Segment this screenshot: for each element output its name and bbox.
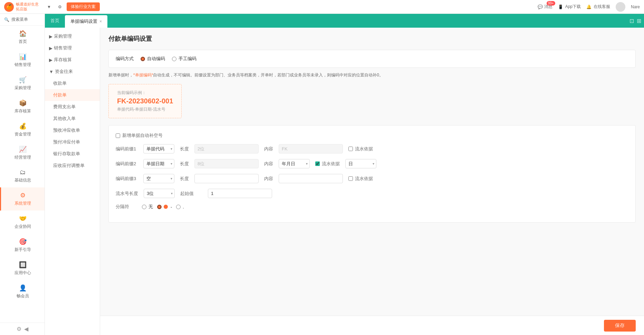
sidebar-collapse-button[interactable]: ◀ bbox=[24, 326, 28, 332]
length3-label: 长度 bbox=[180, 176, 189, 182]
sidebar-label: 系统管理 bbox=[15, 201, 31, 206]
sidebar-search[interactable]: 🔍 搜索菜单 bbox=[0, 14, 45, 26]
start-value-input[interactable] bbox=[208, 189, 272, 198]
menu-item-bank[interactable]: 银行存取款单 bbox=[45, 148, 100, 160]
sidebar-item-enterprise[interactable]: 🤝 企业协同 bbox=[0, 211, 45, 234]
serial-length-row: 流水号长度 3位 4位 5位 6位 起始值 bbox=[116, 189, 628, 198]
tab-expand-button[interactable]: ⊞ bbox=[637, 18, 641, 24]
preview-label: 当前编码示例： bbox=[117, 90, 173, 96]
sidebar-item-sales[interactable]: 📊 销售管理 bbox=[0, 49, 45, 72]
message-btn[interactable]: 💬 消息 99+ bbox=[538, 4, 552, 10]
manual-encoding-radio[interactable]: 手工编码 bbox=[172, 56, 196, 62]
finance-icon: 💰 bbox=[19, 122, 27, 130]
tab-encoding[interactable]: 单据编码设置 × bbox=[65, 15, 107, 28]
menu-item-receipt[interactable]: 收款单 bbox=[45, 77, 100, 89]
menu-item-pre-receivable[interactable]: 预收冲应收单 bbox=[45, 124, 100, 136]
user-avatar[interactable] bbox=[616, 2, 625, 12]
sidebar-item-apps[interactable]: 🔲 应用中心 bbox=[0, 257, 45, 280]
serial2-checkbox[interactable]: 流水依据 bbox=[315, 161, 340, 167]
sep-dot-radio[interactable]: . bbox=[176, 204, 184, 210]
length3-input[interactable] bbox=[194, 174, 259, 183]
search-icon: 🔍 bbox=[4, 17, 9, 22]
sidebar-settings-button[interactable]: ⚙ bbox=[17, 326, 21, 332]
chevron-down-icon: ▼ bbox=[49, 69, 54, 74]
inventory-icon: 📦 bbox=[19, 99, 27, 107]
content2-select[interactable]: 年月日 年月 年 bbox=[279, 159, 310, 168]
sidebar-label: 畅会员 bbox=[17, 293, 29, 299]
content3-label: 内容 bbox=[264, 176, 273, 182]
top-bar: 🍊 畅通道好生意 拓店版 ▼ ⚙ 体验行业方案 💬 消息 99+ 📱 App下载… bbox=[0, 0, 644, 14]
sep-dash-radio[interactable]: - bbox=[157, 204, 172, 210]
serial2-unit-select[interactable]: 日 月 年 bbox=[345, 159, 376, 168]
prefix1-select-wrap: 单据代码 bbox=[143, 144, 174, 153]
save-button[interactable]: 保存 bbox=[604, 320, 636, 332]
search-label: 搜索菜单 bbox=[11, 17, 28, 22]
menu-item-expense[interactable]: 费用支出单 bbox=[45, 101, 100, 113]
serial-length-select[interactable]: 3位 4位 5位 6位 bbox=[144, 189, 175, 198]
app-download-btn[interactable]: 📱 App下载 bbox=[558, 4, 581, 10]
settings-button[interactable]: ⚙ bbox=[56, 4, 64, 10]
sidebar-item-basic[interactable]: 🗂 基础信息 bbox=[0, 165, 45, 187]
menu-item-pre-payment[interactable]: 预付冲应付单 bbox=[45, 136, 100, 148]
sep-none-radio[interactable]: 无 bbox=[142, 204, 153, 210]
encoding-label: 编码方式 bbox=[116, 56, 134, 62]
sidebar-item-finance[interactable]: 💰 资金管理 bbox=[0, 118, 45, 141]
prefix1-select[interactable]: 单据代码 bbox=[143, 144, 174, 153]
prefix3-select-wrap: 空 bbox=[143, 174, 174, 183]
auto-fill-checkbox[interactable]: 新增单据自动补空号 bbox=[116, 132, 163, 139]
online-service-btn[interactable]: 🔔 在线客服 bbox=[586, 4, 610, 10]
sidebar-item-inventory[interactable]: 📦 库存核算 bbox=[0, 95, 45, 118]
sidebar-item-operations[interactable]: 📈 经营管理 bbox=[0, 141, 45, 165]
top-bar-right: 💬 消息 99+ 📱 App下载 🔔 在线客服 Nare bbox=[538, 2, 640, 12]
content3-input[interactable] bbox=[279, 174, 343, 183]
service-icon: 🔔 bbox=[586, 4, 592, 9]
menu-group-inventory[interactable]: ▶ 库存核算 bbox=[45, 54, 100, 66]
sidebar: 🔍 搜索菜单 🏠 首页 📊 销售管理 🛒 采购管理 📦 库存核算 💰 资金管理 … bbox=[0, 14, 45, 335]
sidebar-item-system[interactable]: ⚙ 系统管理 bbox=[0, 187, 45, 211]
menu-group-sales[interactable]: ▶ 销售管理 bbox=[45, 42, 100, 54]
tab-minimize-button[interactable]: ⊡ bbox=[629, 18, 634, 24]
content2-label: 内容 bbox=[264, 161, 273, 167]
sidebar-item-purchase[interactable]: 🛒 采购管理 bbox=[0, 72, 45, 95]
guide-icon: 🎯 bbox=[19, 238, 27, 245]
message-icon: 💬 bbox=[538, 4, 543, 9]
serial-length-select-wrap: 3位 4位 5位 6位 bbox=[144, 189, 175, 198]
app-name: 畅通道好生意 拓店版 bbox=[16, 2, 39, 11]
encoding-type-section: 编码方式 自动编码 手工编码 bbox=[108, 50, 636, 68]
preview-code: FK-20230602-001 bbox=[117, 97, 173, 105]
menu-item-other-income[interactable]: 其他收入单 bbox=[45, 113, 100, 124]
prefix2-select[interactable]: 单据日期 bbox=[143, 159, 174, 168]
sidebar-item-member[interactable]: 👤 畅会员 bbox=[0, 280, 45, 303]
serial1-checkbox[interactable]: 流水依据 bbox=[348, 146, 373, 152]
menu-group-capital[interactable]: ▼ 资金往来 bbox=[45, 66, 100, 77]
chevron-right-icon: ▶ bbox=[49, 57, 52, 63]
sidebar-label: 首页 bbox=[19, 39, 27, 45]
sidebar-item-home[interactable]: 🏠 首页 bbox=[0, 26, 45, 49]
home-icon: 🏠 bbox=[19, 30, 27, 37]
left-menu: ▶ 采购管理 ▶ 销售管理 ▶ 库存核算 ▼ 资金往来 收款单 付款单 费用支出… bbox=[45, 28, 100, 335]
member-icon: 👤 bbox=[19, 284, 27, 292]
operations-icon: 📈 bbox=[19, 146, 27, 153]
auto-encoding-radio[interactable]: 自动编码 bbox=[141, 56, 165, 62]
menu-item-adjustment[interactable]: 应收应付调整单 bbox=[45, 160, 100, 171]
chevron-right-icon: ▶ bbox=[49, 34, 52, 39]
sidebar-item-guide[interactable]: 🎯 新手引导 bbox=[0, 234, 45, 257]
serial3-checkbox[interactable]: 流水依据 bbox=[348, 176, 373, 182]
main-layout: 🔍 搜索菜单 🏠 首页 📊 销售管理 🛒 采购管理 📦 库存核算 💰 资金管理 … bbox=[0, 14, 644, 335]
trial-button[interactable]: 体验行业方案 bbox=[67, 2, 100, 11]
menu-item-payment[interactable]: 付款单 bbox=[45, 89, 100, 101]
encoding-type-row: 编码方式 自动编码 手工编码 bbox=[116, 56, 628, 62]
prefix2-label: 编码前缀2 bbox=[116, 161, 138, 167]
expand-button[interactable]: ▼ bbox=[45, 4, 53, 10]
top-bar-nav: ▼ ⚙ 体验行业方案 bbox=[45, 2, 100, 11]
tab-close-button[interactable]: × bbox=[99, 19, 102, 24]
content2-select-wrap: 年月日 年月 年 bbox=[279, 159, 310, 168]
menu-group-purchase[interactable]: ▶ 采购管理 bbox=[45, 30, 100, 42]
sidebar-bottom: ⚙ ◀ bbox=[0, 323, 45, 335]
prefix3-select[interactable]: 空 bbox=[143, 174, 174, 183]
form-section: 新增单据自动补空号 编码前缀1 单据代码 长度 bbox=[108, 125, 636, 223]
message-badge: 99+ bbox=[547, 1, 555, 6]
tab-home[interactable]: 首页 bbox=[45, 14, 65, 28]
sidebar-label: 库存核算 bbox=[15, 108, 31, 114]
sidebar-label: 基础信息 bbox=[15, 177, 31, 183]
